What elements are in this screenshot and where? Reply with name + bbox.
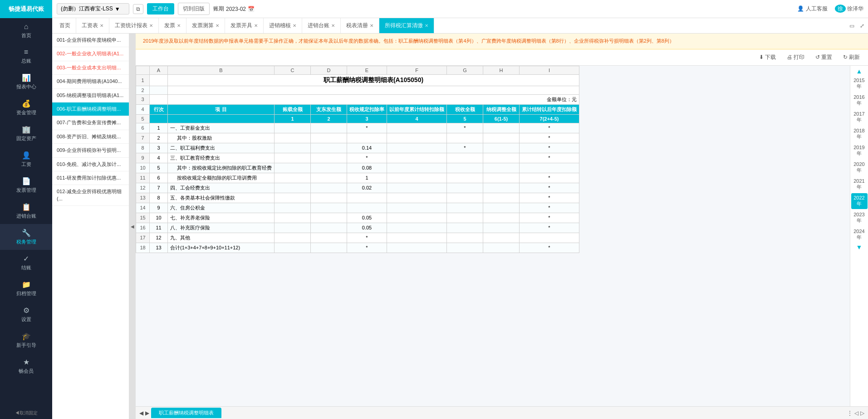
table-row: 8 3 二、职工福利费支出 0.14 * *	[136, 143, 579, 153]
sidebar-item-invoice[interactable]: 📄 发票管理	[0, 172, 52, 198]
tab-close-icon[interactable]: ✕	[254, 23, 258, 28]
year-2022[interactable]: 2022年	[851, 193, 868, 209]
tab-invoice-issue[interactable]: 发票开具 ✕	[225, 18, 264, 34]
year-2017[interactable]: 2017年	[851, 109, 868, 125]
report-item-001[interactable]: 001-企业所得税年度纳税申...	[52, 34, 129, 47]
sidebar-item-membership[interactable]: ★ 畅会员	[0, 353, 52, 379]
sidebar-unpin-button[interactable]: ◀取消固定	[0, 407, 52, 419]
refresh-button[interactable]: ↻ 刷新	[840, 52, 863, 63]
reports-icon: 📊	[22, 73, 31, 82]
sidebar-item-assets[interactable]: 🏢 固定资产	[0, 121, 52, 146]
tab-home[interactable]: 首页	[54, 18, 76, 34]
table-row: 15 10 七、补充养老保险 0.05 *	[136, 213, 579, 223]
download-button[interactable]: ⬇ 下载	[756, 52, 779, 63]
tab-close-icon[interactable]: ✕	[177, 23, 181, 28]
sidebar-item-archive[interactable]: 📁 归档管理	[0, 276, 52, 302]
tab-close-icon[interactable]: ✕	[216, 23, 219, 28]
calendar-icon[interactable]: 📅	[248, 6, 255, 12]
tab-tax-register[interactable]: 税表清册 ✕	[341, 18, 379, 34]
tab-close-icon[interactable]: ✕	[149, 23, 153, 28]
tab-close-icon[interactable]: ✕	[331, 23, 335, 28]
sidebar-item-finance[interactable]: 💰 资金管理	[0, 95, 52, 121]
collapse-panel-button[interactable]: ◀	[129, 34, 136, 419]
tab-label: 发票	[164, 22, 175, 29]
tab-maximize-icon[interactable]: ⤢	[858, 22, 866, 30]
year-scroll-down[interactable]: ▼	[856, 244, 863, 251]
tab-invoice[interactable]: 发票 ✕	[159, 18, 186, 34]
tab-purchase-ledger[interactable]: 进销台账 ✕	[302, 18, 341, 34]
sidebar-item-tutorial[interactable]: 🎓 新手引导	[0, 327, 52, 353]
col-header-H: H	[483, 66, 520, 74]
cell-B2	[168, 86, 579, 94]
sidebar-item-ledger[interactable]: ≡ 总账	[0, 44, 52, 69]
sheet-menu-icon[interactable]: ⋮	[847, 410, 853, 416]
report-item-012[interactable]: 012-减免企业所得税优惠明细(...	[52, 185, 129, 206]
bottom-tab-salary-adjustment[interactable]: 职工薪酬纳税调整明细表	[151, 408, 221, 418]
sheet-nav-left[interactable]: ◀	[139, 410, 143, 416]
switch-old-button[interactable]: 切到旧版	[178, 3, 210, 15]
sidebar-item-purchase-sales[interactable]: 📋 进销台账	[0, 198, 52, 224]
year-2021[interactable]: 2021年	[851, 176, 868, 192]
customer-service[interactable]: 👤 人工客服	[797, 5, 827, 13]
cell-e	[347, 133, 387, 143]
year-2016[interactable]: 2016年	[851, 93, 868, 108]
sheet-scroll-right[interactable]: ▷	[860, 410, 864, 416]
report-item-002[interactable]: 002-一般企业收入明细表(A1...	[52, 47, 129, 61]
year-2023[interactable]: 2023年	[851, 210, 868, 226]
tab-close-icon[interactable]: ✕	[425, 23, 428, 28]
report-item-003[interactable]: 003-一般企业成本支出明细...	[52, 61, 129, 75]
sidebar-item-tax[interactable]: 🔧 税务管理	[0, 224, 52, 250]
cell-f	[387, 143, 447, 153]
report-item-007[interactable]: 007-广告费和业务宣传费摊...	[52, 116, 129, 130]
tab-income-tax[interactable]: 所得税汇算清缴 ✕	[379, 18, 434, 34]
cell-g	[447, 163, 483, 173]
header-D: 支东发生额	[311, 104, 347, 114]
year-2015[interactable]: 2015年	[851, 76, 868, 92]
user-profile[interactable]: 徐 徐泽华	[835, 5, 863, 13]
report-item-009[interactable]: 009-企业所得税弥补亏损明...	[52, 144, 129, 157]
row-num: 13	[136, 193, 150, 203]
report-item-008[interactable]: 008-资产折旧、摊销及纳税...	[52, 130, 129, 144]
subheader-1: 1	[275, 114, 311, 123]
cell-seq: 8	[150, 193, 168, 203]
cell-seq: 11	[150, 223, 168, 233]
home-icon: ⌂	[24, 23, 29, 31]
sidebar-item-reports[interactable]: 📊 报表中心	[0, 69, 52, 95]
sheet-nav-right[interactable]: ▶	[145, 410, 149, 416]
tab-close-icon[interactable]: ✕	[293, 23, 296, 28]
sidebar-item-payroll[interactable]: 👤 工资	[0, 146, 52, 172]
sheet-scroll-left[interactable]: ◁	[854, 410, 858, 416]
table-row: 12 7 四、工会经费支出 0.02 *	[136, 183, 579, 193]
company-selector[interactable]: (勿删）江西睿宝-LSS ▼	[57, 3, 129, 15]
sidebar-item-settings[interactable]: ⚙ 设置	[0, 302, 52, 327]
tab-invoice-calc[interactable]: 发票测算 ✕	[186, 18, 225, 34]
sidebar-item-close[interactable]: ✓ 结账	[0, 250, 52, 276]
tab-purchase-verify[interactable]: 进销稽核 ✕	[264, 18, 302, 34]
tab-close-icon[interactable]: ✕	[100, 23, 103, 28]
report-item-004[interactable]: 004-期间费用明细表(A1040...	[52, 75, 129, 88]
year-2024[interactable]: 2024年	[851, 227, 868, 243]
workbench-button[interactable]: 工作台	[147, 3, 174, 15]
year-2020[interactable]: 2020年	[851, 160, 868, 175]
cell-c	[275, 243, 311, 253]
report-item-010[interactable]: 010-免税、减计收入及加计...	[52, 158, 129, 171]
cell-d	[311, 203, 347, 213]
cell-g	[447, 243, 483, 253]
year-2019[interactable]: 2019年	[851, 143, 868, 159]
tab-payroll-stats[interactable]: 工资统计报表 ✕	[109, 18, 159, 34]
report-item-006[interactable]: 006-职工薪酬纳税调整明细...	[52, 102, 129, 116]
report-item-011[interactable]: 011-研发费用加计扣除优惠...	[52, 171, 129, 185]
sidebar-item-home[interactable]: ⌂ 首页	[0, 18, 52, 44]
tab-minimize-icon[interactable]: ▭	[848, 22, 856, 30]
spreadsheet-scroll-area[interactable]: A B C D E F G H I	[136, 66, 850, 406]
cell-i: *	[520, 183, 579, 193]
reset-button[interactable]: ↺ 重置	[813, 52, 835, 63]
tab-close-icon[interactable]: ✕	[370, 23, 373, 28]
copy-button[interactable]: ⧉	[133, 4, 143, 14]
tab-payroll-table[interactable]: 工资表 ✕	[76, 18, 109, 34]
cell-d	[311, 123, 347, 133]
year-2018[interactable]: 2018年	[851, 126, 868, 142]
report-item-005[interactable]: 005-纳税调整项目明细表(A1...	[52, 89, 129, 102]
year-scroll-up[interactable]: ▲	[856, 68, 863, 75]
print-button[interactable]: 🖨 打印	[784, 52, 807, 63]
